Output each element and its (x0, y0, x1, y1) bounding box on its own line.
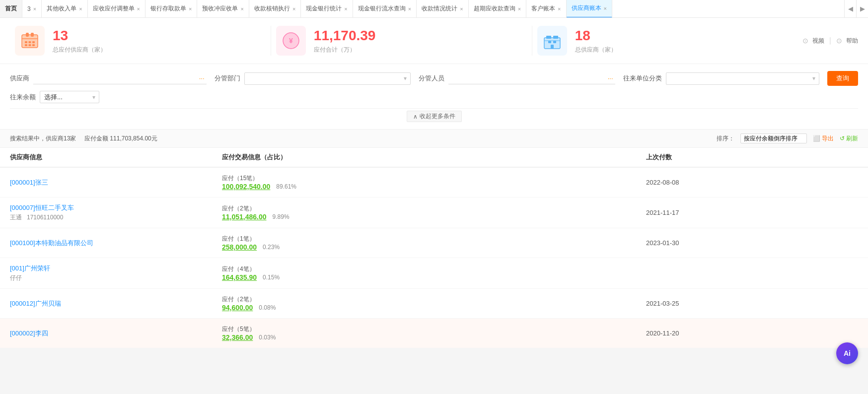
close-icon[interactable]: × (189, 6, 192, 12)
person-input[interactable] (448, 72, 606, 84)
sort-select[interactable]: 按应付余额倒序排序 按应付余额正序排序 (740, 133, 807, 143)
trans-amount-2[interactable]: 258,000.00 (222, 243, 257, 251)
last-pay-cell-2: 2023-01-30 (646, 234, 858, 252)
summary-card-2: ¥ 11,170.39 应付合计（万） (271, 26, 532, 56)
transaction-cell-4: 应付（2笔） 94,600.00 0.08% (222, 295, 646, 312)
filter-item-person: 分管人员 ··· (419, 72, 615, 84)
svg-rect-4 (25, 41, 27, 43)
nav-tab-3-label: 3 (27, 5, 31, 12)
close-icon[interactable]: × (604, 5, 607, 11)
category-select[interactable] (666, 72, 820, 85)
top-navigation: 首页 3 × 其他收入单 × 应收应付调整单 × 银行存取款单 × 预收冲应收单… (0, 0, 868, 18)
nav-tab-ar-ap-adjust[interactable]: 应收应付调整单 × (88, 0, 145, 18)
nav-tab-home[interactable]: 首页 (0, 0, 22, 18)
close-icon[interactable]: × (408, 6, 411, 12)
nav-prev-arrow[interactable]: ◀ (844, 0, 856, 18)
nav-tab-supplier-ledger[interactable]: 供应商账本 × (567, 0, 612, 18)
close-icon[interactable]: × (240, 6, 243, 12)
trans-row-4: 94,600.00 0.08% (222, 304, 646, 312)
svg-rect-9 (32, 44, 35, 46)
supplier-link-1[interactable]: [000007]恒旺二手叉车 (10, 203, 222, 212)
close-icon[interactable]: × (137, 6, 140, 12)
supplier-link-2[interactable]: [000100]本特勤油品有限公司 (10, 239, 222, 248)
result-info-bar: 搜索结果中，供应商13家 应付金额 111,703,854.00元 排序： 按应… (0, 130, 868, 148)
trans-percent-0: 89.61% (276, 183, 296, 190)
close-icon[interactable]: × (460, 6, 463, 12)
supplier-cell-5: [000002]李四 (10, 325, 222, 342)
trans-amount-0[interactable]: 100,092,540.00 (222, 183, 270, 191)
header-supplier: 供应商信息 (10, 153, 222, 162)
trans-row-3: 164,635.90 0.15% (222, 273, 646, 281)
nav-next-arrow[interactable]: ▶ (856, 0, 868, 18)
nav-tab-supplier-ledger-label: 供应商账本 (572, 4, 601, 12)
svg-rect-7 (25, 44, 27, 46)
trans-amount-5[interactable]: 32,366.00 (222, 333, 253, 341)
supplier-link-4[interactable]: [000012]广州贝瑞 (10, 299, 222, 308)
supplier-input[interactable] (33, 72, 197, 84)
filter-item-balance: 往来余额 选择... ▾ (10, 91, 99, 103)
nav-tab-receipt-stat[interactable]: 收款情况统计 × (417, 0, 468, 18)
nav-tab-advance-ar[interactable]: 预收冲应收单 × (197, 0, 249, 18)
filter-item-dept: 分管部门 ▾ (215, 72, 411, 85)
data-table: 供应商信息 应付交易信息（占比） 上次付数 [000001]张三 应付（15笔）… (0, 148, 868, 348)
supplier-link-3[interactable]: [001]广州荣轩 (10, 264, 222, 273)
last-pay-cell-4: 2021-03-25 (646, 295, 858, 312)
close-icon[interactable]: × (558, 6, 561, 12)
balance-select[interactable]: 选择... (40, 91, 99, 103)
export-icon: ⬜ (813, 135, 820, 142)
last-pay-cell-1: 2021-11-17 (646, 203, 858, 222)
refresh-label: 刷新 (846, 134, 858, 143)
top-right-links: ⊙ 视频 │ ⊙ 帮助 (793, 37, 858, 45)
close-icon[interactable]: × (33, 6, 36, 12)
card-label-1: 总应付供应商（家） (53, 46, 106, 54)
nav-tab-other-income[interactable]: 其他收入单 × (42, 0, 87, 18)
nav-tab-customer-ledger[interactable]: 客户账本 × (526, 0, 566, 18)
person-dots-btn[interactable]: ··· (606, 74, 615, 82)
nav-tab-cash-bank-flow[interactable]: 现金银行流水查询 × (353, 0, 417, 18)
search-button[interactable]: 查询 (827, 71, 858, 86)
nav-tab-cash-bank-stat[interactable]: 现金银行统计 × (301, 0, 353, 18)
header-last-pay-label: 上次付数 (646, 153, 858, 162)
video-link[interactable]: 视频 (812, 37, 824, 45)
nav-tab-overdue-ar[interactable]: 超期应收款查询 × (469, 0, 526, 18)
close-icon[interactable]: × (79, 6, 82, 12)
nav-tab-receipt-verify[interactable]: 收款核销执行 × (249, 0, 301, 18)
refresh-button[interactable]: ↺ 刷新 (840, 134, 858, 143)
category-label: 往来单位分类 (623, 74, 662, 83)
filter-item-supplier: 供应商 ··· (10, 72, 207, 84)
person-input-wrapper: ··· (448, 72, 615, 84)
trans-amount-3[interactable]: 164,635.90 (222, 273, 257, 281)
svg-rect-8 (29, 44, 31, 46)
nav-tab-3[interactable]: 3 × (22, 0, 42, 18)
close-icon[interactable]: × (292, 6, 295, 12)
transaction-cell-0: 应付（15笔） 100,092,540.00 89.61% (222, 174, 646, 191)
filter-item-category: 往来单位分类 ▾ (623, 72, 820, 85)
trans-amount-4[interactable]: 94,600.00 (222, 304, 253, 312)
table-row: [000001]张三 应付（15笔） 100,092,540.00 89.61%… (0, 168, 868, 197)
header-last-pay: 上次付数 (646, 153, 858, 162)
card-icon-supplier-ap (15, 26, 45, 56)
close-icon[interactable]: × (518, 6, 521, 12)
help-link[interactable]: 帮助 (846, 37, 858, 45)
nav-tab-cash-bank-flow-label: 现金银行流水查询 (358, 4, 406, 13)
table-row: [001]广州荣轩 仔仔 应付（4笔） 164,635.90 0.15% (0, 258, 868, 289)
table-header: 供应商信息 应付交易信息（占比） 上次付数 (0, 148, 868, 168)
close-icon[interactable]: × (344, 6, 347, 12)
export-button[interactable]: ⬜ 导出 (813, 134, 834, 143)
nav-tab-receipt-verify-label: 收款核销执行 (254, 4, 290, 13)
collapse-button[interactable]: ∧ 收起更多条件 (407, 111, 462, 122)
supplier-link-5[interactable]: [000002]李四 (10, 329, 222, 338)
supplier-link-0[interactable]: [000001]张三 (10, 178, 222, 187)
dept-select[interactable] (244, 72, 411, 85)
transaction-cell-5: 应付（5笔） 32,366.00 0.03% (222, 325, 646, 342)
dept-label: 分管部门 (215, 74, 240, 83)
trans-label-4: 应付（2笔） (222, 295, 646, 304)
svg-rect-13 (546, 36, 551, 39)
card-number-1: 13 (53, 27, 106, 44)
nav-tab-bank-deposit[interactable]: 银行存取款单 × (145, 0, 197, 18)
summary-card-1: 13 总应付供应商（家） (10, 26, 271, 56)
supplier-dots-btn[interactable]: ··· (197, 74, 207, 82)
result-actions: 排序： 按应付余额倒序排序 按应付余额正序排序 ⬜ 导出 ↺ 刷新 (717, 133, 858, 143)
card-label-2: 应付合计（万） (314, 46, 376, 54)
trans-amount-1[interactable]: 11,051,486.00 (222, 213, 267, 221)
